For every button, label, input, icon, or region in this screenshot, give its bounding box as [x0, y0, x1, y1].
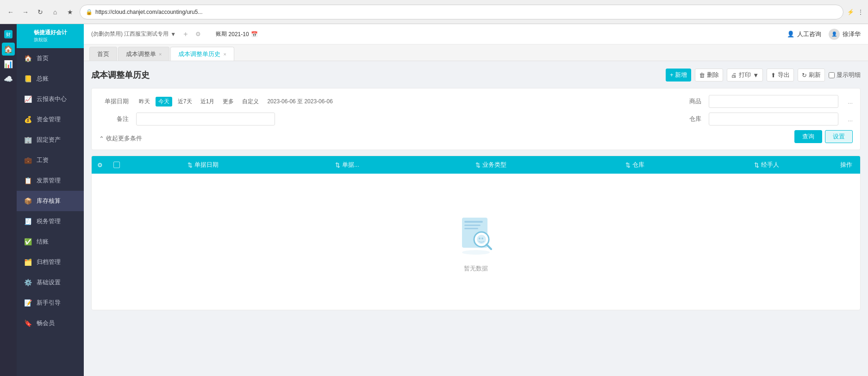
- sidebar-logo-sub: 旗舰版: [34, 37, 67, 43]
- svg-point-11: [481, 238, 483, 239]
- filter-section: 单据日期 昨天 今天 近7天 近1月 更多 自定义 2023-06-06 至 2…: [91, 88, 861, 150]
- tab-cost-adjust[interactable]: 成本调整单 ×: [118, 47, 169, 61]
- assets-icon: 🏢: [24, 136, 32, 144]
- table-container: ⚙ ⇅ 单据日期 ⇅ 单据... ⇅ 业务类型: [91, 156, 861, 310]
- sidebar-item-close[interactable]: ✅ 结账: [17, 232, 84, 252]
- settings-link-icon[interactable]: ⚙: [195, 31, 201, 38]
- table-col-warehouse[interactable]: ⇅ 仓库: [569, 161, 701, 169]
- tab-home[interactable]: 首页: [89, 47, 117, 61]
- show-detail-input[interactable]: [829, 72, 835, 78]
- shortcut-more[interactable]: 更多: [220, 97, 237, 107]
- user-menu[interactable]: 👤 徐泽华: [829, 29, 861, 40]
- collapse-btn[interactable]: ⌃ 收起更多条件: [99, 134, 142, 143]
- goods-ellipsis[interactable]: ...: [848, 98, 853, 105]
- table-col-num[interactable]: ⇅ 单据...: [281, 161, 413, 169]
- sidebar-item-reports[interactable]: 📈 云报表中心: [17, 89, 84, 109]
- shortcut-7days[interactable]: 近7天: [175, 97, 195, 107]
- icon-strip-chart[interactable]: 📊: [2, 57, 15, 70]
- tab-cost-adjust-close[interactable]: ×: [159, 51, 162, 57]
- table-col-check[interactable]: [108, 162, 125, 168]
- tab-cost-adjust-label: 成本调整单: [126, 50, 156, 58]
- delete-btn[interactable]: 🗑 删除: [695, 69, 723, 81]
- svg-rect-4: [464, 221, 483, 223]
- main-content: (勿删勿禁用) 江西服宝测试专用 ▼ + ⚙ 账期 2021-10 📅 👤 人工…: [84, 24, 868, 376]
- settings-btn[interactable]: 设置: [825, 130, 853, 143]
- bookmark-button[interactable]: ★: [64, 6, 76, 18]
- home-icon: 🏠: [24, 55, 32, 62]
- shortcut-custom[interactable]: 自定义: [239, 97, 262, 107]
- svg-point-10: [479, 238, 481, 239]
- company-selector[interactable]: (勿删勿禁用) 江西服宝测试专用 ▼: [91, 30, 176, 38]
- sidebar: 畅捷通好会计 旗舰版 🏠 首页 📒 总账 📈 云报表中心 💰 资金管理: [17, 24, 84, 376]
- refresh-btn[interactable]: ↻ 刷新: [798, 69, 825, 81]
- browser-chrome: ← → ↻ ⌂ ★ 🔒 https://cloud.chanjet.com/ac…: [0, 0, 868, 24]
- settings-col-icon: ⚙: [97, 162, 103, 169]
- salary-icon: 💼: [24, 157, 32, 164]
- user-name: 徐泽华: [843, 30, 861, 38]
- table-col-person[interactable]: ⇅ 经手人: [701, 161, 832, 169]
- table-col-type[interactable]: ⇅ 业务类型: [413, 161, 569, 169]
- sidebar-item-home[interactable]: 🏠 首页: [17, 48, 84, 69]
- sidebar-item-salary[interactable]: 💼 工资: [17, 150, 84, 170]
- sidebar-item-assets[interactable]: 🏢 固定资产: [17, 130, 84, 150]
- sidebar-item-ledger[interactable]: 📒 总账: [17, 69, 84, 89]
- sidebar-item-archive[interactable]: 🗂️ 归档管理: [17, 252, 84, 272]
- sidebar-item-label: 归档管理: [37, 258, 61, 266]
- warehouse-input[interactable]: [709, 113, 838, 125]
- icon-strip-cloud[interactable]: ☁️: [2, 72, 15, 85]
- guide-icon: 📝: [24, 299, 32, 307]
- extensions-icon[interactable]: ⚡: [847, 9, 854, 15]
- print-btn[interactable]: 🖨 打印 ▼: [727, 69, 763, 81]
- shortcut-1month[interactable]: 近1月: [198, 97, 218, 107]
- home-button[interactable]: ⌂: [49, 6, 61, 18]
- consult-link[interactable]: 👤 人工咨询: [787, 30, 821, 38]
- tab-cost-adjust-history[interactable]: 成本调整单历史 ×: [170, 47, 234, 61]
- sidebar-item-label: 结账: [37, 238, 49, 246]
- address-bar[interactable]: 🔒 https://cloud.chanjet.com/accounting/u…: [80, 5, 843, 19]
- col-date-sort-icon: ⇅: [187, 162, 193, 169]
- back-button[interactable]: ←: [5, 6, 17, 18]
- export-btn[interactable]: ⬆ 导出: [767, 69, 794, 81]
- sidebar-item-settings[interactable]: ⚙️ 基础设置: [17, 272, 84, 293]
- show-detail-checkbox[interactable]: 显示明细: [829, 71, 861, 79]
- collapse-arrow-icon: ⌃: [99, 135, 104, 142]
- forward-button[interactable]: →: [19, 6, 31, 18]
- warehouse-ellipsis[interactable]: ...: [848, 116, 853, 123]
- col-warehouse-label: 仓库: [632, 161, 644, 169]
- sidebar-item-label: 新手引导: [37, 299, 61, 307]
- calendar-icon[interactable]: 📅: [251, 31, 258, 38]
- new-btn-label: + 新增: [670, 71, 687, 79]
- show-detail-label: 显示明细: [837, 71, 861, 79]
- select-all-checkbox[interactable]: [113, 162, 120, 168]
- goods-filter-label: 商品: [672, 97, 701, 106]
- svg-text:财: 财: [6, 32, 11, 37]
- sidebar-menu: 🏠 首页 📒 总账 📈 云报表中心 💰 资金管理 🏢 固定资产 💼 工资: [17, 48, 84, 376]
- remark-input[interactable]: [136, 113, 275, 125]
- app-container: 财 🏠 📊 ☁️ 畅捷通好会计 旗舰版 🏠 首页 📒 总账 📈 云: [0, 24, 868, 376]
- table-col-date[interactable]: ⇅ 单据日期: [125, 161, 281, 169]
- table-col-settings[interactable]: ⚙: [92, 162, 108, 169]
- icon-strip-home[interactable]: 🏠: [2, 43, 15, 56]
- sidebar-item-label: 基础设置: [37, 278, 61, 287]
- sidebar-item-inventory[interactable]: 📦 库存核算: [17, 191, 84, 211]
- period-value: 2021-10: [229, 31, 249, 38]
- icon-strip-logo[interactable]: 财: [2, 28, 15, 41]
- query-btn[interactable]: 查询: [794, 130, 822, 143]
- new-btn[interactable]: + 新增: [666, 69, 691, 81]
- add-company-btn[interactable]: +: [183, 30, 187, 38]
- sidebar-item-finance[interactable]: 💰 资金管理: [17, 109, 84, 130]
- tab-cost-adjust-history-close[interactable]: ×: [223, 51, 226, 57]
- sidebar-item-invoice[interactable]: 📋 发票管理: [17, 170, 84, 191]
- sidebar-item-vip[interactable]: 🔖 畅会员: [17, 313, 84, 333]
- period-info: 账期 2021-10 📅: [216, 30, 258, 38]
- menu-icon[interactable]: ⋮: [858, 9, 863, 15]
- sidebar-item-label: 总账: [37, 75, 49, 83]
- sidebar-item-guide[interactable]: 📝 新手引导: [17, 293, 84, 313]
- goods-input[interactable]: [709, 95, 838, 108]
- company-dropdown-icon: ▼: [170, 31, 176, 38]
- shortcut-today[interactable]: 今天: [156, 97, 172, 107]
- reload-button[interactable]: ↻: [34, 6, 46, 18]
- sidebar-item-tax[interactable]: 🧾 税务管理: [17, 211, 84, 232]
- col-num-sort-icon: ⇅: [335, 162, 340, 169]
- shortcut-yesterday[interactable]: 昨天: [136, 97, 153, 107]
